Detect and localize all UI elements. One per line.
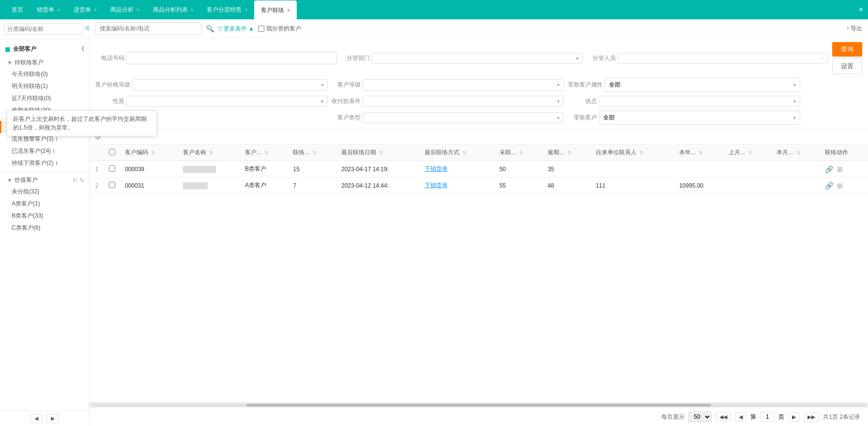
refresh-icon[interactable]: ↻ bbox=[73, 177, 77, 184]
table-row: 2 000031 ██████ A类客户 7 2023-04-12 14:44: bbox=[90, 177, 868, 194]
sort-icon-last-date[interactable]: ⇅ bbox=[379, 150, 383, 155]
sidebar-item-ungroup[interactable]: 未分组(32) bbox=[0, 186, 89, 198]
tooltip-box: 距客户上次交易时长，超过了此客户的平均交易周期的1.5倍，则视为异常。 bbox=[7, 110, 157, 136]
chevron-down-icon10: ▾ bbox=[793, 115, 796, 120]
sidebar-nav-left[interactable]: ◀ bbox=[30, 414, 43, 423]
sidebar-item-class-b[interactable]: B类客户(33) bbox=[0, 210, 89, 222]
nav-customer-contact-close[interactable]: × bbox=[287, 8, 290, 13]
nav-customer-contact[interactable]: 客户联络 × bbox=[254, 0, 297, 20]
filter-phone-input[interactable] bbox=[126, 52, 337, 64]
sort-icon-contact-person[interactable]: ⇅ bbox=[640, 150, 643, 155]
scrollbar-track[interactable] bbox=[91, 404, 866, 407]
nav-product-list[interactable]: 商品分析列表 × bbox=[146, 0, 200, 19]
sidebar-item-7days[interactable]: 近7天待联络(0) bbox=[0, 92, 89, 104]
page-number-input[interactable] bbox=[760, 412, 775, 422]
row2-action-link-icon[interactable]: 🔗 bbox=[825, 182, 833, 190]
first-page-button[interactable]: ◀◀ bbox=[716, 412, 731, 422]
row1-this-month bbox=[772, 161, 820, 177]
col-checkbox bbox=[104, 145, 120, 161]
export-button[interactable]: ↑ 导出 bbox=[846, 25, 862, 33]
nav-home[interactable]: 首页 bbox=[5, 0, 30, 19]
sort-icon-last-method[interactable]: ⇅ bbox=[462, 150, 466, 155]
nav-sales-close[interactable]: × bbox=[57, 7, 60, 13]
row1-last-method-link[interactable]: 下销货单 bbox=[425, 165, 448, 172]
collapse-icon: 《 bbox=[78, 45, 84, 53]
filter-payment-select[interactable]: ▾ bbox=[363, 96, 564, 107]
my-customers-checkbox[interactable] bbox=[258, 26, 264, 32]
nav-customer-tier[interactable]: 客户分层经营 × bbox=[200, 0, 254, 19]
filter-retail-customer-select[interactable]: 全部 ▾ bbox=[599, 111, 800, 125]
sidebar-search-icon[interactable]: 🔍 bbox=[85, 26, 90, 32]
export-icon: ↑ bbox=[846, 25, 849, 32]
nav-sales[interactable]: 销货单 × bbox=[30, 0, 67, 19]
my-customers-checkbox-label[interactable]: 我分管的客户 bbox=[258, 25, 301, 33]
more-conditions-button[interactable]: ▽ 更多条件 ▲ bbox=[218, 25, 254, 33]
sidebar-item-class-a[interactable]: A类客户(1) bbox=[0, 198, 89, 210]
filter-retail-attr-select[interactable]: 全部 ▾ bbox=[605, 78, 800, 92]
sort-icon-this-month[interactable]: ⇅ bbox=[796, 150, 800, 155]
tooltip-text: 距客户上次交易时长，超过了此客户的平均交易周期的1.5倍，则视为异常。 bbox=[13, 116, 147, 131]
nav-customer-tier-close[interactable]: × bbox=[244, 7, 247, 13]
horizontal-scrollbar[interactable] bbox=[90, 402, 868, 407]
sidebar-item-class-c[interactable]: C类客户(6) bbox=[0, 222, 89, 234]
chevron-down-icon5: ▾ bbox=[793, 82, 796, 88]
nav-purchase-close[interactable]: × bbox=[94, 7, 97, 13]
filter-status-select[interactable]: ▾ bbox=[599, 96, 800, 107]
nav-product-list-close[interactable]: × bbox=[191, 7, 194, 13]
row2-checkbox[interactable] bbox=[109, 182, 115, 188]
sort-icon-contact[interactable]: ⇅ bbox=[313, 150, 317, 155]
row2-actions: 🔗 ⊞ bbox=[820, 177, 868, 194]
sort-icon-last-month[interactable]: ⇅ bbox=[748, 150, 752, 155]
row1-category: B类客户 bbox=[240, 161, 289, 177]
row1-action-grid-icon[interactable]: ⊞ bbox=[837, 165, 843, 173]
sidebar-section-pending[interactable]: ▼ 待联络客户 bbox=[0, 56, 89, 68]
settings-button[interactable]: 设置 bbox=[832, 59, 862, 74]
sidebar-nav-right[interactable]: ▶ bbox=[46, 414, 59, 423]
filter-manager-select[interactable]: ··· bbox=[618, 53, 828, 64]
row1-checkbox[interactable] bbox=[109, 165, 115, 172]
sidebar-search-input[interactable] bbox=[4, 23, 83, 35]
last-page-button[interactable]: ▶▶ bbox=[804, 412, 819, 422]
filter-customer-type: 客户类型 ▾ bbox=[332, 112, 564, 123]
sort-icon-not-contact[interactable]: ⇅ bbox=[519, 150, 523, 155]
row1-action-link-icon[interactable]: 🔗 bbox=[825, 165, 833, 173]
filter-search-input[interactable] bbox=[95, 22, 202, 35]
query-button[interactable]: 查询 bbox=[832, 42, 862, 57]
page-size-label: 每页显示 bbox=[661, 413, 685, 421]
prev-page-button[interactable]: ◀ bbox=[735, 412, 746, 422]
nav-product-analysis[interactable]: 商品分析 × bbox=[104, 0, 146, 19]
row2-not-contact: 55 bbox=[495, 177, 543, 194]
sidebar-all-customers[interactable]: ▦ 全部客户 《 bbox=[0, 42, 89, 56]
sidebar-item-churned[interactable]: 已流失客户(24) ℹ bbox=[0, 145, 89, 157]
row2-last-method-link[interactable]: 下销货单 bbox=[425, 182, 448, 189]
sort-icon-this-year[interactable]: ⇅ bbox=[699, 150, 702, 155]
edit-icon[interactable]: ✎ bbox=[79, 177, 84, 184]
sidebar-item-tomorrow[interactable]: 明天待联络(1) bbox=[0, 80, 89, 92]
scrollbar-thumb[interactable] bbox=[246, 404, 711, 407]
sidebar-item-today[interactable]: 今天待联络(0) bbox=[0, 68, 89, 80]
page-size-select[interactable]: 50 bbox=[688, 411, 712, 422]
row2-action-icons: 🔗 ⊞ bbox=[825, 182, 863, 190]
nav-purchase[interactable]: 进货单 × bbox=[67, 0, 104, 19]
sort-icon-code[interactable]: ⇅ bbox=[151, 150, 155, 155]
filter-customer-grade-select[interactable]: ▾ bbox=[363, 79, 564, 90]
filter-price-grade-select[interactable]: ▾ bbox=[132, 79, 328, 90]
next-page-button[interactable]: ▶ bbox=[788, 412, 800, 422]
window-close-button[interactable]: × bbox=[859, 5, 863, 14]
filter-dept-select[interactable]: ▾ bbox=[372, 53, 582, 64]
select-all-checkbox[interactable] bbox=[109, 149, 115, 155]
sort-icon-name[interactable]: ⇅ bbox=[209, 150, 213, 155]
nav-product-analysis-close[interactable]: × bbox=[137, 7, 139, 13]
filter-row-3: 性质 ▾ 收付款条件 ▾ 状态 bbox=[95, 96, 862, 107]
filter-nature-select[interactable]: ▾ bbox=[126, 96, 328, 107]
page-suffix: 页 bbox=[778, 413, 784, 421]
filter-search-button[interactable]: 🔍 bbox=[206, 25, 214, 32]
table-wrapper[interactable]: 客户编码 ⇅ 客户名称 ⇅ 客户... ⇅ bbox=[90, 145, 868, 402]
sidebar-item-declining[interactable]: 持续下滑客户(2) ℹ bbox=[0, 157, 89, 169]
col-overdue: 逾期... ⇅ bbox=[543, 145, 591, 161]
sidebar-value-customers-header[interactable]: ▼ 价值客户 ↻ ✎ bbox=[0, 174, 89, 186]
sort-icon-overdue[interactable]: ⇅ bbox=[567, 150, 571, 155]
filter-customer-type-select[interactable]: ▾ bbox=[363, 112, 564, 123]
row2-action-grid-icon[interactable]: ⊞ bbox=[837, 182, 843, 190]
sort-icon-category[interactable]: ⇅ bbox=[264, 150, 268, 155]
